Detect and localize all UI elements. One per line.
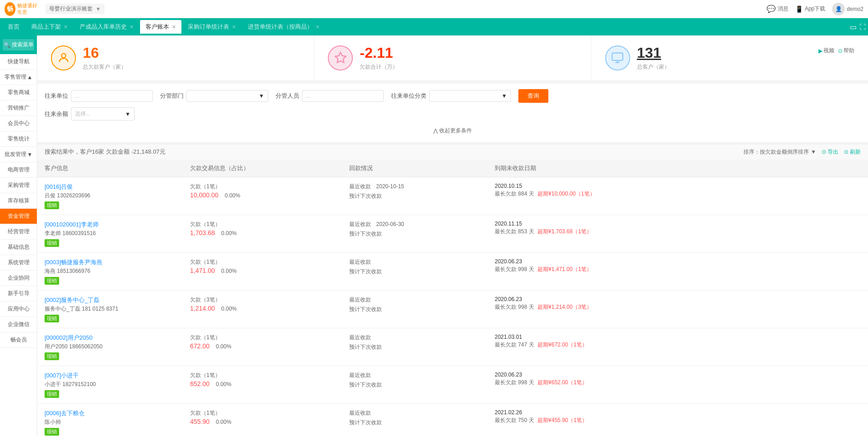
customer-phone-5: 小进干 18279152100 [45,381,190,388]
latest-payment-5: 最近收款 [349,372,495,379]
message-btn[interactable]: 💬 消息 [767,5,788,13]
tab-goods-stats[interactable]: 进货单统计表（按商品） ✕ [242,20,325,34]
search-button[interactable]: 查询 [518,89,548,103]
debt-percent-2: 0.00% [221,268,237,274]
sidebar-item-vip[interactable]: 畅会员 [0,332,37,348]
sidebar-item-system[interactable]: 系统管理 [0,255,37,271]
sidebar-item-newbie[interactable]: 新手引导 [0,286,37,301]
cell-due-0: 2020.10.15 最长欠款 884 天 超期¥10,000.00（1笔） [495,183,861,209]
export-btn[interactable]: ⊙ 导出 [822,148,838,156]
sidebar-item-finance[interactable]: 资金管理 [0,209,37,224]
sidebar-item-membership[interactable]: 会员中心 [0,116,37,131]
overdue-link-1[interactable]: 超期¥1,703.68（1笔） [537,228,592,235]
customer-link-3[interactable]: [0002]服务中心_丁磊 [45,296,190,304]
close-tab-1[interactable]: ✕ [64,24,68,30]
close-tab-4[interactable]: ✕ [232,24,236,30]
customer-link-4[interactable]: [000002]用户2050 [45,334,190,342]
cell-customer-1: [0001020001]李老师 李老师 18600391516 现销 [45,221,190,247]
sidebar-item-collab[interactable]: 企业协同 [0,271,37,286]
sidebar-item-purchase[interactable]: 采购管理 [0,178,37,193]
debt-amount-4: 672.00 [190,342,210,350]
sidebar-item-quick-nav[interactable]: 快捷导航 [0,54,37,70]
customer-phone-0: 吕俊 13026203696 [45,192,190,200]
debt-count-1: 欠款（1笔） [190,221,349,228]
tab-customer-ledger[interactable]: 客户账本 ✕ [140,20,181,34]
table-row: [0002]服务中心_丁磊 服务中心_丁磊 181 0125 8371 现销 欠… [37,291,868,328]
customer-link-5[interactable]: [0007]小进干 [45,372,190,380]
sidebar-item-retail-stats[interactable]: 零售统计 [0,131,37,147]
customer-link-2[interactable]: [0003]畅捷服务尹海燕 [45,258,190,266]
sidebar-item-marketing[interactable]: 营销推广 [0,100,37,116]
stat-icon-total [605,45,630,70]
sidebar-item-wechat[interactable]: 企业微信 [0,317,37,332]
filter-input-person[interactable]: ... [302,90,384,102]
results-summary: 搜索结果中，客户16家 欠款金额 -21,148.07元 [45,148,166,156]
sidebar-item-retail-mgmt[interactable]: 零售管理 ▲ [0,70,37,85]
filter-input-unit[interactable]: ... [71,90,153,102]
overdue-link-4[interactable]: 超期¥672.00（1笔） [537,342,587,348]
collapse-row: ⋀ 收起更多条件 [45,125,861,136]
filter-item-balance: 往来余额 选择... ▼ [45,107,135,121]
search-menu-btn[interactable]: 🔍 搜索菜单 [3,39,34,50]
next-payment-6: 预计下次收款 [349,419,495,427]
tab-home[interactable]: 首页 [2,20,25,34]
tab-product-listing[interactable]: 商品上下架 ✕ [26,20,73,34]
sidebar-item-basic-info[interactable]: 基础信息 [0,240,37,255]
collapse-btn[interactable]: ⋀ 收起更多条件 [433,127,472,135]
filter-select-dept[interactable]: ▼ [186,90,268,102]
customer-link-6[interactable]: [0006]去下粮仓 [45,409,190,417]
table-row: [0006]去下粮仓 陈小帅 现销 欠款（1笔） 455.90 0.00% 最近… [37,404,868,437]
sidebar-item-app-center[interactable]: 应用中心 [0,301,37,317]
help-btn[interactable]: ⊙ 帮助 [838,47,854,55]
due-date-2: 2020.06.23 [495,258,861,265]
customer-link-1[interactable]: [0001020001]李老师 [45,221,190,229]
filter-select-balance[interactable]: 选择... ▼ [71,107,135,121]
app-download-btn[interactable]: 📱 App下载 [795,5,825,13]
video-btn[interactable]: ▶ 视频 [818,47,834,55]
sidebar-item-ecommerce[interactable]: 电商管理 [0,162,37,178]
due-date-6: 2021.02.26 [495,409,861,416]
cell-customer-6: [0006]去下粮仓 陈小帅 现销 [45,409,190,436]
overdue-link-3[interactable]: 超期¥1,214.00（3笔） [537,304,592,310]
customer-tag-4: 现销 [45,352,59,360]
cell-debt-5: 欠款（1笔） 652.00 0.00% [190,372,349,398]
cell-due-3: 2020.06.23 最长欠款 998 天 超期¥1,214.00（3笔） [495,296,861,322]
user-menu[interactable]: 👤 demo2 [832,3,863,15]
overdue-link-6[interactable]: 超期¥455.90（1笔） [537,417,587,423]
sidebar: 🔍 搜索菜单 快捷导航 零售管理 ▲ 零售商城 营销推广 会员中心 零售统计 批… [0,35,37,437]
overdue-link-0[interactable]: 超期¥10,000.00（1笔） [537,191,595,197]
customer-link-0[interactable]: [0016]吕俊 [45,183,190,191]
refresh-btn[interactable]: ⊙ 刷新 [844,148,861,156]
customer-tag-1: 现销 [45,239,59,247]
sidebar-item-retail-mall[interactable]: 零售商城 [0,85,37,100]
filter-item-dept: 分管部门 ▼ [160,90,268,102]
sidebar-item-wholesale-mgmt[interactable]: 批发管理 ▼ [0,147,37,162]
close-tab-5[interactable]: ✕ [316,24,320,30]
tab-expand-btn[interactable]: ⛶ [859,23,866,30]
balance-dropdown-icon: ▼ [125,111,130,117]
next-payment-0: 预计下次收款 [349,192,495,200]
search-icon: 🔍 [4,42,10,48]
sidebar-item-inventory[interactable]: 库存核算 [0,193,37,209]
tab-purchase-stats[interactable]: 采购订单统计表 ✕ [182,20,241,34]
overdue-info-0: 最长欠款 884 天 超期¥10,000.00（1笔） [495,190,861,198]
top-right: 💬 消息 📱 App下载 👤 demo2 [767,3,863,15]
sidebar-item-operations[interactable]: 经营管理 [0,224,37,240]
customer-tag-3: 现销 [45,315,59,322]
overdue-link-5[interactable]: 超期¥652.00（1笔） [537,379,587,386]
overdue-link-2[interactable]: 超期¥1,471.00（1笔） [537,266,592,272]
latest-payment-0: 最近收款 2020-10-15 [349,183,495,191]
industry-selector[interactable]: 母婴行业演示账套 ▼ [45,4,105,14]
cell-payment-0: 最近收款 2020-10-15 预计下次收款 [349,183,495,209]
cell-payment-4: 最近收款 预计下次收款 [349,334,495,360]
tab-bar-right: ▭ ⛶ [850,23,866,31]
tab-minimize-btn[interactable]: ▭ [850,23,857,31]
close-tab-3[interactable]: ✕ [172,24,176,30]
overdue-info-6: 最长欠款 750 天 超期¥455.90（1笔） [495,417,861,424]
close-tab-2[interactable]: ✕ [130,24,134,30]
filter-select-category[interactable]: ▼ [429,90,511,102]
customer-phone-3: 服务中心_丁磊 181 0125 8371 [45,305,190,313]
tab-inventory-history[interactable]: 产成品入库单历史 ✕ [74,20,139,34]
svg-rect-2 [612,53,622,60]
sort-selector[interactable]: 排序：按欠款金额倒序排序 ▼ [743,148,816,156]
